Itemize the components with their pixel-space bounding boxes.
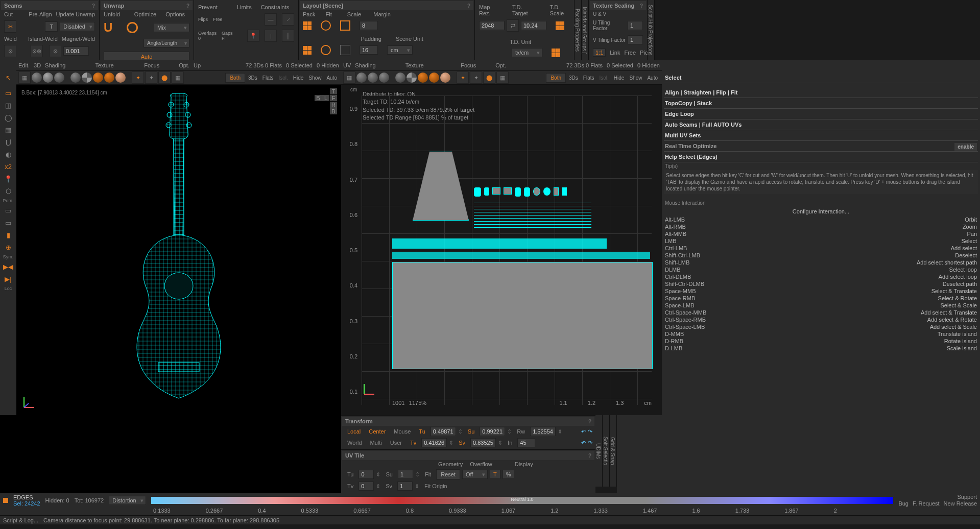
sphere-icon[interactable]: ◯ [2,112,14,123]
islands-tab[interactable]: Islands and Groups [ [582,0,589,60]
multi-header[interactable]: Multi UV Sets [664,130,978,141]
newrel-link[interactable]: New Release [944,500,977,507]
hide-button[interactable]: Hide [291,75,306,81]
angle-length-dropdown[interactable]: Angle/Length [144,39,189,47]
show-button[interactable]: Show [306,75,323,81]
tex-color2-icon[interactable] [104,73,114,83]
fit-icon[interactable] [321,20,331,31]
shade-wire-icon[interactable] [368,73,378,83]
tdscale2-icon[interactable] [552,49,560,57]
focus-target-icon[interactable]: ✦ [132,71,144,84]
flats-button[interactable]: Flats [260,75,276,81]
off-dropdown[interactable]: Off [462,470,488,479]
focus-target-icon[interactable]: ✦ [457,71,469,84]
edge-header[interactable]: Edge Loop [664,109,978,119]
tex-skin-icon[interactable] [115,73,126,83]
overlaps-value[interactable]: 0 [198,36,217,41]
small-shells[interactable] [474,187,567,197]
ratio-button[interactable]: 1:1 [593,49,606,57]
tile-tv-input[interactable] [358,482,374,491]
uv-lines[interactable] [474,203,591,228]
constraint-d-icon[interactable]: ⟋ [282,13,294,26]
margin-input[interactable] [360,21,378,30]
reset-btn[interactable]: Reset [436,469,460,479]
tdscale-icon[interactable] [556,21,564,30]
up-icon[interactable]: ▦ [172,71,184,84]
multi-btn[interactable]: Multi [367,439,385,447]
opt-icon[interactable]: ⬤ [483,71,495,84]
tile-su-input[interactable] [398,470,413,479]
rw-input[interactable] [530,427,556,436]
shade-smooth-icon[interactable] [379,73,389,83]
pack2-icon[interactable] [303,46,312,55]
update-dropdown[interactable]: Disabled [60,22,95,31]
world-btn[interactable]: World [344,439,365,447]
help-icon[interactable]: ? [92,3,95,9]
both-button[interactable]: Both [546,73,566,83]
utiling-input[interactable] [628,21,643,30]
3ds-button[interactable]: 3Ds [567,75,580,81]
circle-icon[interactable]: ◐ [2,149,14,160]
tex-check-icon[interactable] [82,73,92,83]
redo-all-icon[interactable]: ↷ [588,440,592,446]
shade-wire-icon[interactable] [43,73,53,83]
view-r[interactable]: R [330,102,337,108]
constraint-h-icon[interactable]: — [265,13,277,26]
auto-button[interactable]: Auto [324,75,339,81]
tex-color-icon[interactable] [93,73,103,83]
hide-button[interactable]: Hide [612,75,627,81]
show-button[interactable]: Show [627,75,644,81]
constraint-t-icon[interactable]: ┼ [282,30,294,42]
scene-unit-dropdown[interactable]: cm [387,45,413,55]
sv-input[interactable] [470,438,496,447]
grid-icon[interactable]: ▦ [2,124,14,135]
redo-icon[interactable]: ↷ [588,428,592,435]
island-weld-icon[interactable]: ⊗⊗ [31,45,43,57]
tv-input[interactable] [421,438,447,447]
tex-gray-icon[interactable] [395,73,405,83]
bug-link[interactable]: Bug [898,500,909,507]
tex-gray-icon[interactable] [70,73,81,83]
freq-link[interactable]: F. Request [913,500,940,507]
pct-btn[interactable]: % [503,470,515,479]
tex-skin-icon[interactable] [440,73,450,83]
enable-button[interactable]: enable [954,143,977,151]
pic-button[interactable]: Pic [640,50,648,56]
shade-flat-icon[interactable] [32,73,42,83]
topo-header[interactable]: TopoCopy | Stack [664,98,978,109]
view-f[interactable]: F [330,95,337,101]
view-b[interactable]: B [315,95,322,101]
focus-all-icon[interactable]: ✦ [145,71,157,84]
optimize-icon[interactable] [127,22,138,33]
cut-icon[interactable]: ✂ [4,20,16,33]
opt-icon[interactable]: ⬤ [158,71,171,84]
arrow-icon[interactable]: ↖ [2,73,14,84]
shade-smooth-icon[interactable] [54,73,64,83]
distortion-dropdown[interactable]: Distortion [109,496,146,505]
pack-icon[interactable] [303,21,312,30]
unfold-icon[interactable]: U [104,20,112,35]
viewport-uv[interactable]: Distribute to tiles: ON Target TD: 10.24… [341,85,662,415]
weld-icon[interactable]: ⊗ [4,45,16,57]
tile-fitorigin[interactable]: Fit Origin [421,482,450,490]
rect3-icon[interactable]: ▭ [2,217,14,228]
projections-tab[interactable]: Script-Hub Projections [648,0,655,60]
globe-icon[interactable]: ⊕ [2,242,14,253]
soft-sel-tab[interactable]: Soft Selectio [603,415,610,487]
configure-btn[interactable]: Configure Interaction... [664,207,978,216]
rect-select-icon[interactable]: ▭ [2,87,14,99]
view-t[interactable]: T [330,88,337,94]
log-button[interactable]: Script & Log... [3,517,38,523]
local-btn[interactable]: Local [344,427,364,436]
mouse-btn[interactable]: Mouse [391,427,414,436]
tile-fit[interactable]: Fit [422,470,434,478]
3ds-button[interactable]: 3Ds [246,75,259,81]
auto-button[interactable]: Auto [645,75,660,81]
free-button[interactable]: Free [624,50,636,56]
flats-button[interactable]: Flats [581,75,596,81]
shade-flat-icon[interactable] [356,73,367,83]
sq-icon[interactable]: ▮ [2,229,14,241]
align-header[interactable]: Align | Straighten | Flip | Fit [664,87,978,98]
padding-input[interactable] [360,45,378,55]
tex-color-icon[interactable] [418,73,428,83]
